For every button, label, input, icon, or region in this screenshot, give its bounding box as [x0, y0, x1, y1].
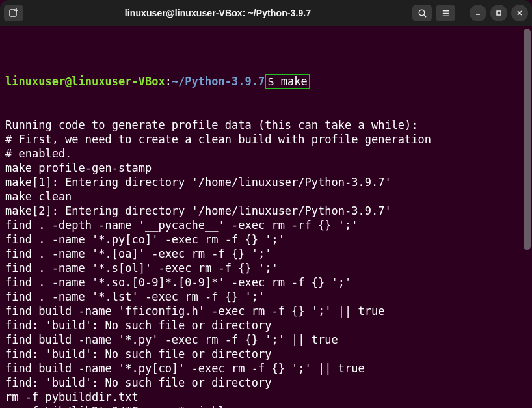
minimize-button[interactable]: [470, 5, 486, 21]
output-line: rm -f Lib/lib2to3/*Grammar*.pickle: [5, 404, 525, 408]
output-line: find build -name '*.py' -exec rm -f {} '…: [5, 333, 525, 347]
output-line: # First, we need to create a clean build…: [5, 132, 525, 146]
output-line: find . -name '*.[oa]' -exec rm -f {} ';': [5, 247, 525, 261]
svg-rect-9: [497, 11, 501, 15]
new-tab-button[interactable]: [4, 5, 23, 21]
output-line: make[1]: Entering directory '/home/linux…: [5, 175, 525, 189]
prompt-dollar: $: [267, 75, 280, 88]
window-title: linuxuser@linuxuser-VBox: ~/Python-3.9.7: [23, 8, 412, 18]
close-button[interactable]: [511, 5, 528, 21]
terminal-output: Running code to generate profile data (t…: [5, 118, 525, 408]
terminal-body[interactable]: linuxuser@linuxuser-VBox:~/Python-3.9.7$…: [0, 26, 532, 408]
output-line: # enabled.: [5, 146, 525, 161]
output-line: find build -name 'fficonfig.h' -exec rm …: [5, 304, 525, 318]
output-line: find: 'build': No such file or directory: [5, 347, 525, 361]
output-line: find . -name '*.so.[0-9]*.[0-9]*' -exec …: [5, 275, 525, 290]
prompt-user-host: linuxuser@linuxuser-VBox: [5, 75, 165, 88]
prompt-colon: :: [165, 75, 172, 88]
scrollbar-thumb[interactable]: [524, 29, 531, 250]
output-line: find . -name '*.lst' -exec rm -f {} ';': [5, 290, 525, 304]
command-highlight: $ make: [265, 74, 310, 89]
menu-button[interactable]: [436, 5, 455, 21]
output-line: rm -f pybuilddir.txt: [5, 390, 525, 404]
prompt-path: ~/Python-3.9.7: [172, 75, 265, 88]
window-titlebar: linuxuser@linuxuser-VBox: ~/Python-3.9.7: [0, 0, 532, 26]
output-line: find: 'build': No such file or directory: [5, 318, 525, 333]
output-line: find build -name '*.py[co]' -exec rm -f …: [5, 361, 525, 375]
output-line: find . -depth -name '__pycache__' -exec …: [5, 218, 525, 232]
output-line: find . -name '*.s[ol]' -exec rm -f {} ';…: [5, 261, 525, 275]
output-line: find . -name '*.py[co]' -exec rm -f {} '…: [5, 232, 525, 247]
output-line: Running code to generate profile data (t…: [5, 118, 525, 132]
svg-point-3: [419, 10, 424, 15]
prompt-command: make: [281, 75, 308, 88]
prompt-line: linuxuser@linuxuser-VBox:~/Python-3.9.7$…: [5, 74, 525, 89]
search-button[interactable]: [412, 5, 432, 21]
maximize-button[interactable]: [490, 5, 507, 21]
output-line: make profile-gen-stamp: [5, 161, 525, 175]
output-line: make[2]: Entering directory '/home/linux…: [5, 204, 525, 218]
output-line: find: 'build': No such file or directory: [5, 375, 525, 390]
svg-line-4: [423, 14, 425, 16]
output-line: make clean: [5, 189, 525, 204]
